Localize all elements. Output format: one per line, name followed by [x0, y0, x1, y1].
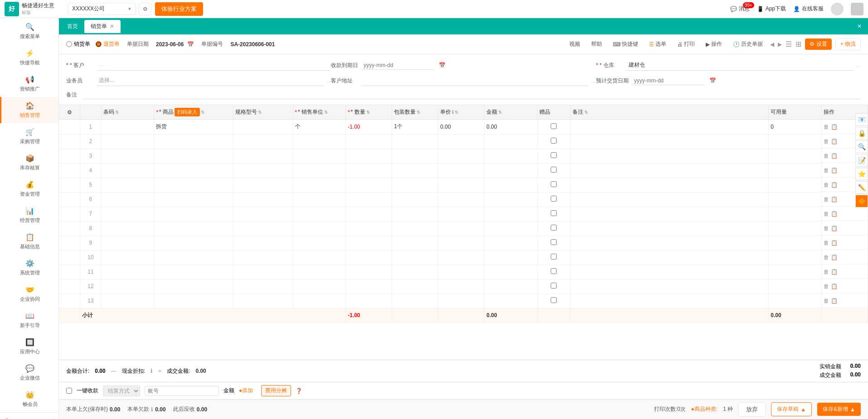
- row-barcode[interactable]: [101, 207, 154, 221]
- one-click-checkbox[interactable]: [66, 388, 72, 394]
- row-unit[interactable]: 个: [293, 120, 346, 135]
- row-pkgqty[interactable]: [392, 279, 438, 294]
- row-note[interactable]: [570, 120, 768, 135]
- collapse-icon[interactable]: ⚙: [5, 417, 10, 419]
- row-amount[interactable]: 0.00: [485, 120, 538, 135]
- row-amount[interactable]: [485, 163, 538, 178]
- row-note[interactable]: [570, 221, 768, 236]
- row-barcode[interactable]: [101, 279, 154, 294]
- copy-icon[interactable]: 📋: [831, 225, 838, 231]
- row-pkgqty[interactable]: [392, 192, 438, 207]
- table-settings-icon[interactable]: ⚙: [67, 109, 72, 116]
- row-spec[interactable]: [233, 294, 293, 308]
- row-pkgqty[interactable]: [392, 236, 438, 250]
- row-qty[interactable]: [346, 134, 392, 149]
- float-btn-6[interactable]: ✏️: [855, 181, 868, 194]
- sidebar-item-basics[interactable]: 📋 基础信息: [0, 228, 58, 255]
- row-product[interactable]: [154, 250, 233, 265]
- row-spec[interactable]: [233, 178, 293, 192]
- row-note[interactable]: [570, 207, 768, 221]
- sidebar-item-inventory[interactable]: 📦 库存核算: [0, 149, 58, 176]
- view-grid-icon[interactable]: ⊞: [795, 40, 801, 48]
- trial-button[interactable]: 体验行业方案: [155, 2, 203, 16]
- due-date-input[interactable]: [361, 61, 434, 70]
- row-gift[interactable]: [537, 178, 570, 192]
- row-spec[interactable]: [233, 279, 293, 294]
- row-barcode[interactable]: [101, 134, 154, 149]
- row-price[interactable]: 0.00: [438, 120, 485, 135]
- due-date-calendar-icon[interactable]: 📅: [439, 62, 446, 68]
- row-barcode[interactable]: [101, 120, 154, 135]
- row-spec[interactable]: [233, 192, 293, 207]
- save-new-btn[interactable]: 保存&新增 ▲: [817, 403, 861, 416]
- sidebar-item-marketing[interactable]: 📢 营销推广: [0, 71, 58, 97]
- row-amount[interactable]: [485, 207, 538, 221]
- company-selector[interactable]: XXXXXX公司 ▼: [68, 3, 136, 15]
- sidebar-item-sales[interactable]: 🏠 销售管理: [0, 97, 58, 123]
- float-btn-1[interactable]: 📧: [855, 113, 868, 126]
- row-barcode[interactable]: [101, 149, 154, 163]
- account-input[interactable]: [145, 386, 219, 396]
- row-note[interactable]: [570, 279, 768, 294]
- delete-icon[interactable]: 🗑: [824, 211, 829, 217]
- delete-icon[interactable]: 🗑: [824, 269, 829, 275]
- row-spec[interactable]: [233, 250, 293, 265]
- delete-icon[interactable]: 🗑: [824, 225, 829, 231]
- sidebar-item-operations[interactable]: 📊 经营管理: [0, 202, 58, 228]
- row-note[interactable]: [570, 250, 768, 265]
- row-product[interactable]: [154, 265, 233, 279]
- form-settings-btn[interactable]: ⚙ 设置: [805, 39, 831, 50]
- fee-split-btn[interactable]: 费用分摊: [261, 385, 291, 396]
- sidebar-item-apps[interactable]: 🔲 应用中心: [0, 333, 58, 360]
- delete-icon[interactable]: 🗑: [824, 124, 829, 130]
- row-gift[interactable]: [537, 134, 570, 149]
- copy-icon[interactable]: 📋: [831, 269, 838, 275]
- delete-icon[interactable]: 🗑: [824, 182, 829, 188]
- cumulative-info[interactable]: ℹ: [151, 406, 153, 413]
- row-note[interactable]: [570, 178, 768, 192]
- view-list-icon[interactable]: ☰: [786, 40, 792, 48]
- row-amount[interactable]: [485, 192, 538, 207]
- row-unit[interactable]: [293, 221, 346, 236]
- save-draft-btn[interactable]: 保存草稿 ▲: [771, 402, 812, 416]
- row-unit[interactable]: [293, 178, 346, 192]
- row-unit[interactable]: [293, 207, 346, 221]
- row-unit[interactable]: [293, 134, 346, 149]
- row-barcode[interactable]: [101, 221, 154, 236]
- history-btn[interactable]: 🕐 历史单据: [729, 39, 766, 49]
- row-product[interactable]: [154, 221, 233, 236]
- row-pkgqty[interactable]: [392, 163, 438, 178]
- sidebar-item-system[interactable]: ⚙️ 系统管理: [0, 255, 58, 281]
- row-price[interactable]: [438, 265, 485, 279]
- row-spec[interactable]: [233, 207, 293, 221]
- delete-icon[interactable]: 🗑: [824, 240, 829, 246]
- app-download-btn[interactable]: 📱 App下载: [757, 5, 786, 13]
- row-unit[interactable]: [293, 163, 346, 178]
- row-pkgqty[interactable]: [392, 178, 438, 192]
- row-gift[interactable]: [537, 192, 570, 207]
- copy-icon[interactable]: 📋: [831, 153, 838, 159]
- row-barcode[interactable]: [101, 265, 154, 279]
- row-product[interactable]: [154, 294, 233, 308]
- row-qty[interactable]: [346, 265, 392, 279]
- row-product[interactable]: [154, 134, 233, 149]
- delete-icon[interactable]: 🗑: [824, 254, 829, 260]
- row-gift[interactable]: [537, 279, 570, 294]
- sidebar-item-search[interactable]: 🔍 搜索菜单: [0, 18, 58, 44]
- tab-home[interactable]: 首页: [61, 20, 84, 33]
- row-note[interactable]: [570, 236, 768, 250]
- row-note[interactable]: [570, 265, 768, 279]
- row-qty[interactable]: [346, 207, 392, 221]
- warehouse-input[interactable]: 建材仓: [626, 60, 853, 71]
- video-btn[interactable]: 视频: [566, 39, 584, 49]
- cash-discount-info[interactable]: ℹ: [150, 368, 153, 374]
- float-btn-3[interactable]: 🔍: [855, 140, 868, 153]
- col-settings[interactable]: ⚙: [59, 105, 80, 120]
- row-note[interactable]: [570, 149, 768, 163]
- row-pkgqty[interactable]: [392, 265, 438, 279]
- row-product[interactable]: [154, 178, 233, 192]
- row-amount[interactable]: [485, 221, 538, 236]
- tab-close-icon[interactable]: ✕: [110, 23, 114, 29]
- logistics-btn[interactable]: + 物流: [835, 38, 861, 50]
- row-spec[interactable]: [233, 236, 293, 250]
